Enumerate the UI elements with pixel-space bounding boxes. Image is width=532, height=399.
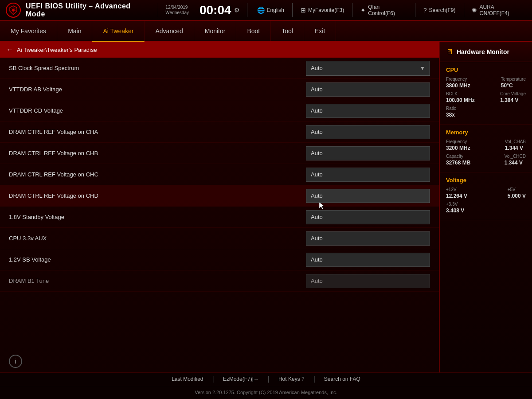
setting-label-dram-chc: DRAM CTRL REF Voltage on CHC	[9, 171, 306, 178]
setting-row-dram-b1: DRAM B1 Tune Auto	[0, 270, 439, 292]
hw-mem-volchab-value: 1.344 V	[505, 145, 526, 151]
hot-keys-button[interactable]: Hot Keys ?	[270, 376, 313, 382]
top-bar: UEFI BIOS Utility – Advanced Mode 12/04/…	[0, 0, 532, 21]
setting-label-dram-b1: DRAM B1 Tune	[9, 278, 306, 284]
aura-button[interactable]: ✺ AURA ON/OFF(F4)	[469, 3, 526, 18]
logo-area: UEFI BIOS Utility – Advanced Mode	[5, 2, 151, 18]
hw-monitor-header: 🖥 Hardware Monitor	[440, 42, 532, 62]
setting-row-vttddr-ab: VTTDDR AB Voltage Auto	[0, 79, 439, 100]
setting-value-vttddr-ab: Auto	[306, 82, 430, 97]
sb-clock-dropdown[interactable]: Auto ▼	[306, 61, 430, 76]
setting-label-vttddr-ab: VTTDDR AB Voltage	[9, 86, 306, 93]
back-arrow-icon[interactable]: ←	[6, 46, 13, 54]
search-faq-button[interactable]: Search on FAQ	[315, 376, 369, 382]
hw-cpu-ratio-label: Ratio	[446, 106, 456, 111]
btn-divider-3	[415, 3, 415, 17]
main-wrapper: UEFI BIOS Utility – Advanced Mode 12/04/…	[0, 0, 532, 399]
hw-volt-33v-label: +3.3V	[446, 202, 464, 207]
nav-tool[interactable]: Tool	[271, 21, 304, 41]
vttddr-cd-input[interactable]: Auto	[306, 104, 430, 118]
info-icon[interactable]: i	[9, 355, 22, 368]
vttddr-ab-input[interactable]: Auto	[306, 82, 430, 97]
cpu-33v-input[interactable]: Auto	[306, 231, 430, 246]
standby-18v-input[interactable]: Auto	[306, 210, 430, 224]
fan-icon: ✦	[360, 7, 366, 14]
hw-cpu-row-1: Frequency 3800 MHz Temperature 50°C	[446, 77, 526, 89]
hw-mem-volchcd-label: Vol_CHCD	[505, 154, 526, 159]
nav-ai-tweaker[interactable]: Ai Tweaker	[92, 21, 145, 42]
setting-value-dram-chb: Auto	[306, 146, 430, 160]
svg-point-1	[12, 9, 15, 12]
dropdown-arrow-icon: ▼	[420, 65, 425, 71]
hw-cpu-freq-label: Frequency	[446, 77, 470, 82]
setting-row-dram-cha: DRAM CTRL REF Voltage on CHA Auto	[0, 121, 439, 143]
setting-label-standby-18v: 1.8V Standby Voltage	[9, 214, 306, 220]
hw-cpu-temp: Temperature 50°C	[501, 77, 526, 89]
hw-cpu-freq-value: 3800 MHz	[446, 82, 470, 89]
hw-volt-row-1: +12V 12.264 V +5V 5.000 V	[446, 187, 526, 199]
search-button[interactable]: ? Search(F9)	[421, 5, 458, 15]
hw-voltage-section: Voltage +12V 12.264 V +5V 5.000 V +3.3V …	[440, 172, 532, 220]
settings-list[interactable]: SB Clock Spread Spectrum Auto ▼ VTTDDR A…	[0, 58, 439, 372]
version-text: Version 2.20.1275. Copyright (C) 2019 Am…	[195, 390, 337, 395]
datetime-settings-icon[interactable]: ⚙	[234, 7, 240, 14]
bottom-actions-bar: Last Modified | EzMode(F7)|→ | Hot Keys …	[0, 373, 532, 386]
last-modified-button[interactable]: Last Modified	[163, 376, 212, 382]
top-bar-buttons: 🌐 English ⊞ MyFavorite(F3) ✦ Qfan Contro…	[254, 3, 527, 18]
time-display: 00:04	[200, 4, 231, 16]
search-icon-header: ?	[423, 7, 427, 14]
setting-label-sb-clock: SB Clock Spread Spectrum	[9, 65, 306, 71]
dram-chd-input[interactable]: Auto	[306, 189, 430, 203]
setting-value-vttddr-cd: Auto	[306, 104, 430, 118]
hw-mem-row-1: Frequency 3200 MHz Vol_CHAB 1.344 V	[446, 139, 526, 151]
bottom-bar: Last Modified | EzMode(F7)|→ | Hot Keys …	[0, 372, 532, 399]
nav-my-favorites[interactable]: My Favorites	[0, 21, 57, 41]
setting-row-dram-chd: DRAM CTRL REF Voltage on CHD Auto	[0, 185, 439, 207]
hw-cpu-temp-label: Temperature	[501, 77, 526, 82]
hw-volt-5v-label: +5V	[508, 187, 526, 192]
nav-exit[interactable]: Exit	[304, 21, 336, 41]
setting-value-cpu-33v: Auto	[306, 231, 430, 246]
hw-voltage-title: Voltage	[446, 177, 526, 184]
qfan-button[interactable]: ✦ Qfan Control(F6)	[358, 3, 409, 18]
dram-b1-input[interactable]: Auto	[306, 274, 430, 288]
dram-chc-input[interactable]: Auto	[306, 168, 430, 182]
nav-advanced[interactable]: Advanced	[145, 21, 194, 41]
hw-cpu-title: CPU	[446, 66, 526, 73]
hw-volt-12v-value: 12.264 V	[446, 193, 467, 199]
header-divider-1	[158, 3, 158, 17]
hw-volt-33v-value: 3.408 V	[446, 207, 464, 214]
ez-mode-button[interactable]: EzMode(F7)|→	[214, 376, 268, 382]
hw-volt-5v: +5V 5.000 V	[508, 187, 526, 199]
dram-chb-input[interactable]: Auto	[306, 146, 430, 160]
dram-cha-input[interactable]: Auto	[306, 125, 430, 139]
setting-label-cpu-33v: CPU 3.3v AUX	[9, 235, 306, 242]
hw-volt-12v: +12V 12.264 V	[446, 187, 467, 199]
star-icon: ⊞	[301, 7, 306, 14]
myfavorite-button[interactable]: ⊞ MyFavorite(F3)	[298, 5, 347, 15]
english-button[interactable]: 🌐 English	[254, 5, 287, 15]
hw-monitor-title: Hardware Monitor	[457, 48, 509, 55]
nav-bar: My Favorites Main Ai Tweaker Advanced Mo…	[0, 21, 532, 42]
hw-mem-capacity-value: 32768 MB	[446, 160, 470, 166]
hw-cpu-bclk-label: BCLK	[446, 91, 475, 96]
settings-panel: ← Ai Tweaker\Tweaker's Paradise SB Clock…	[0, 42, 439, 372]
setting-row-sb-12v: 1.2V SB Voltage Auto	[0, 249, 439, 270]
nav-monitor[interactable]: Monitor	[194, 21, 237, 41]
setting-value-sb-clock: Auto ▼	[306, 61, 430, 76]
nav-main[interactable]: Main	[57, 21, 92, 41]
hw-mem-volchab-label: Vol_CHAB	[505, 139, 526, 144]
hw-cpu-row-3: Ratio 38x	[446, 106, 526, 118]
hw-mem-row-2: Capacity 32768 MB Vol_CHCD 1.344 V	[446, 154, 526, 166]
hw-mem-volchcd-value: 1.344 V	[505, 160, 526, 166]
sb-12v-input[interactable]: Auto	[306, 253, 430, 267]
globe-icon: 🌐	[257, 7, 265, 14]
nav-boot[interactable]: Boot	[236, 21, 271, 41]
hw-mem-freq-value: 3200 MHz	[446, 145, 470, 151]
hw-cpu-row-2: BCLK 100.00 MHz Core Voltage 1.384 V	[446, 91, 526, 103]
hw-cpu-temp-value: 50°C	[501, 82, 526, 89]
date-text: 12/04/2019 Wednesday	[165, 5, 189, 16]
hw-mem-volchab: Vol_CHAB 1.344 V	[505, 139, 526, 151]
setting-value-dram-cha: Auto	[306, 125, 430, 139]
setting-row-vttddr-cd: VTTDDR CD Voltage Auto	[0, 100, 439, 121]
